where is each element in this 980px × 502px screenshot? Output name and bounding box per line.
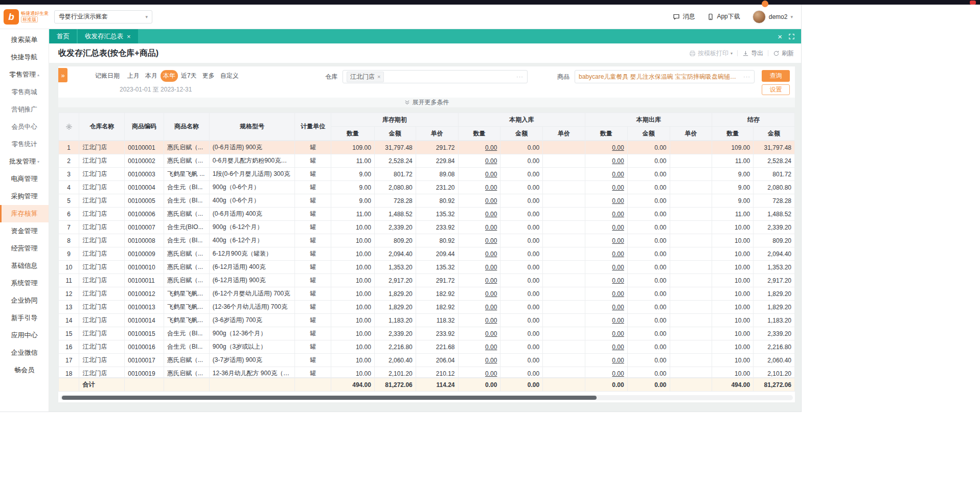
drilldown-link[interactable]: 0.00	[485, 171, 497, 178]
tab-summary-report[interactable]: 收发存汇总表 ×	[78, 29, 138, 43]
table-cell[interactable]: 0.00	[458, 247, 500, 261]
brand-logo[interactable]: b 畅捷通好生意 标准版	[0, 9, 49, 25]
sidebar-item[interactable]: 零售商城	[0, 83, 49, 101]
table-cell[interactable]: 0.00	[458, 234, 500, 247]
table-cell[interactable]: 0.00	[585, 154, 627, 168]
table-cell[interactable]: 0.00	[458, 367, 500, 378]
table-cell[interactable]: 0.00	[458, 261, 500, 274]
print-template-button[interactable]: 按模板打印 ▾	[689, 49, 733, 58]
date-option[interactable]: 更多	[200, 70, 217, 82]
table-cell[interactable]: 0.00	[458, 301, 500, 314]
tab-close-icon[interactable]: ×	[127, 33, 131, 40]
date-option[interactable]: 本年	[161, 70, 178, 82]
fullscreen-icon[interactable]	[788, 33, 795, 40]
tab-home[interactable]: 首页	[50, 29, 77, 43]
drilldown-link[interactable]: 0.00	[612, 224, 624, 231]
table-cell[interactable]: 0.00	[585, 367, 627, 378]
table-cell[interactable]: 0.00	[585, 327, 627, 340]
sidebar-item[interactable]: 采购管理	[0, 188, 49, 205]
drilldown-link[interactable]: 0.00	[485, 224, 497, 231]
table-row[interactable]: 7江北门店00100007合生元(BIO...900g（6-12个月）罐10.0…	[59, 221, 795, 234]
drilldown-link[interactable]: 0.00	[485, 277, 497, 284]
col-header[interactable]: 单价	[543, 127, 585, 141]
drilldown-link[interactable]: 0.00	[612, 370, 624, 377]
table-cell[interactable]: 0.00	[585, 208, 627, 221]
drilldown-link[interactable]: 0.00	[485, 197, 497, 204]
app-download-button[interactable]: App下载	[707, 12, 740, 21]
table-cell[interactable]: 0.00	[585, 274, 627, 287]
drilldown-link[interactable]: 0.00	[485, 184, 497, 191]
messages-button[interactable]: 消息	[673, 12, 695, 21]
table-cell[interactable]: 0.00	[458, 168, 500, 181]
table-cell[interactable]: 0.00	[458, 141, 500, 154]
table-row[interactable]: 10江北门店00100010惠氏启赋（...(6-12月适用) 400克罐10.…	[59, 261, 795, 274]
drilldown-link[interactable]: 0.00	[612, 317, 624, 324]
date-option[interactable]: 近7天	[178, 70, 199, 82]
sidebar-item[interactable]: 零售管理▴	[0, 66, 49, 83]
close-all-tabs-icon[interactable]: ×	[778, 33, 782, 40]
table-row[interactable]: 9江北门店00100009惠氏启赋（...6-12月900克（罐装）罐10.00…	[59, 247, 795, 261]
drilldown-link[interactable]: 0.00	[612, 144, 624, 151]
drilldown-link[interactable]: 0.00	[612, 250, 624, 258]
table-cell[interactable]: 0.00	[585, 181, 627, 194]
table-cell[interactable]: 0.00	[458, 208, 500, 221]
table-row[interactable]: 3江北门店00100003飞鹤星飞帆 ...1段(0-6个月婴儿适用) 300克…	[59, 168, 795, 181]
col-header[interactable]: 金额	[500, 127, 543, 141]
date-option[interactable]: 上月	[125, 70, 142, 82]
table-cell[interactable]: 0.00	[458, 354, 500, 367]
drilldown-link[interactable]: 0.00	[485, 330, 497, 337]
sidebar-item[interactable]: 零售统计	[0, 135, 49, 153]
table-cell[interactable]: 0.00	[585, 234, 627, 247]
drilldown-link[interactable]: 0.00	[612, 290, 624, 298]
col-header-unit[interactable]: 计量单位	[295, 113, 331, 141]
table-cell[interactable]: 0.00	[585, 314, 627, 327]
drilldown-link[interactable]: 0.00	[612, 184, 624, 191]
col-header[interactable]: 数量	[458, 127, 500, 141]
warehouse-tag[interactable]: 江北门店 ×	[347, 72, 384, 82]
drilldown-link[interactable]: 0.00	[485, 290, 497, 298]
table-row[interactable]: 12江北门店00100012飞鹤星飞帆...(6-12个月婴幼儿适用) 700克…	[59, 287, 795, 301]
drilldown-link[interactable]: 0.00	[612, 264, 624, 271]
table-cell[interactable]: 0.00	[585, 354, 627, 367]
sidebar-item[interactable]: 应用中心	[0, 327, 49, 344]
sidebar-item[interactable]: 企业微信	[0, 344, 49, 361]
drilldown-link[interactable]: 0.00	[612, 344, 624, 351]
sidebar-item[interactable]: 库存核算	[0, 205, 49, 222]
drilldown-link[interactable]: 0.00	[485, 317, 497, 324]
drilldown-link[interactable]: 0.00	[612, 304, 624, 311]
sidebar-item[interactable]: 电商管理	[0, 170, 49, 188]
table-cell[interactable]: 0.00	[585, 261, 627, 274]
table-row[interactable]: 17江北门店00100017惠氏启赋（...(3-7岁适用) 900克罐10.0…	[59, 354, 795, 367]
drilldown-link[interactable]: 0.00	[485, 237, 497, 244]
sidebar-item[interactable]: 营销推广	[0, 101, 49, 118]
date-range-value[interactable]: 2023-01-01 至 2023-12-31	[120, 85, 324, 94]
drilldown-link[interactable]: 0.00	[612, 171, 624, 178]
drilldown-link[interactable]: 0.00	[485, 357, 497, 364]
table-row[interactable]: 13江北门店00100013飞鹤星飞帆...(12-36个月幼儿适用) 700克…	[59, 301, 795, 314]
table-row[interactable]: 5江北门店00100005合生元（BI...400g（0-6个月）罐9.0072…	[59, 194, 795, 208]
table-cell[interactable]: 0.00	[585, 301, 627, 314]
account-book-select[interactable]: 母婴行业演示账套 ▾	[54, 10, 152, 24]
drilldown-link[interactable]: 0.00	[485, 344, 497, 351]
table-cell[interactable]: 0.00	[585, 168, 627, 181]
drilldown-link[interactable]: 0.00	[612, 211, 624, 218]
product-input[interactable]: babycare儿童餐具 婴儿注水保温碗 宝宝防摔碗吸盘碗辅食碗勺套装 雀湖绿 …	[575, 70, 755, 83]
col-header-code[interactable]: 商品编码	[125, 113, 164, 141]
drilldown-link[interactable]: 0.00	[485, 264, 497, 271]
drilldown-link[interactable]: 0.00	[485, 157, 497, 165]
sidebar-item[interactable]: 搜索菜单	[0, 31, 49, 49]
sidebar-item[interactable]: 畅会员	[0, 361, 49, 379]
table-cell[interactable]: 0.00	[458, 340, 500, 354]
sidebar-item[interactable]: 企业协同	[0, 292, 49, 309]
drilldown-link[interactable]: 0.00	[612, 157, 624, 165]
drilldown-link[interactable]: 0.00	[485, 304, 497, 311]
table-cell[interactable]: 0.00	[585, 340, 627, 354]
export-button[interactable]: 导出	[742, 49, 763, 58]
settings-button[interactable]: 设置	[762, 84, 790, 95]
column-settings-icon[interactable]	[65, 123, 73, 130]
table-cell[interactable]: 0.00	[585, 287, 627, 301]
drilldown-link[interactable]: 0.00	[485, 211, 497, 218]
table-cell[interactable]: 0.00	[458, 221, 500, 234]
table-row[interactable]: 16江北门店00100016合生元（BI...900g（3岁或以上）罐10.00…	[59, 340, 795, 354]
sidebar-item[interactable]: 新手引导	[0, 309, 49, 327]
